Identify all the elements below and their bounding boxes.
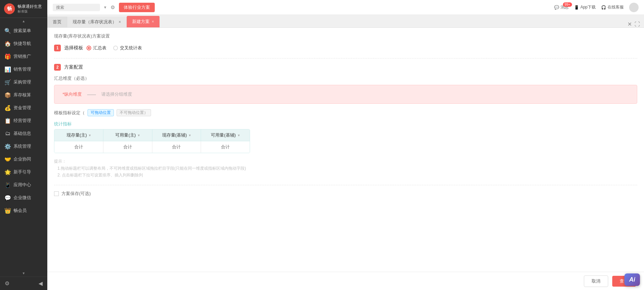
sidebar-item-management[interactable]: 📋 经营管理 xyxy=(0,114,47,127)
scroll-up-btn[interactable]: ▲ xyxy=(22,19,25,23)
volume-footer-icon[interactable]: ◀ xyxy=(39,280,43,287)
sidebar-item-label: 系统管理 xyxy=(14,143,31,149)
sidebar-item-purchase[interactable]: 🛒 采购管理 xyxy=(0,76,47,89)
sidebar-item-quicknav[interactable]: 🏠 快捷导航 xyxy=(0,37,47,50)
tab-home[interactable]: 首页 xyxy=(47,17,67,27)
service-label: 在线客服 xyxy=(608,4,624,10)
col4-arrow-icon: ▾ xyxy=(238,133,240,138)
section2-header: 2 方案配置 xyxy=(54,64,637,71)
sidebar-item-member[interactable]: 👑 畅会员 xyxy=(0,204,47,217)
sidebar-item-basic[interactable]: 🗂 基础信息 xyxy=(0,127,47,140)
stats-col4-header[interactable]: 可用量(基辅) ▾ xyxy=(201,129,250,141)
tab-inventory-close-icon[interactable]: × xyxy=(119,20,121,24)
dim-placeholder: 请选择分组维度 xyxy=(101,91,132,97)
sidebar-scroll-down[interactable]: ▼ xyxy=(0,270,47,276)
sidebar-item-inventory[interactable]: 📦 库存核算 xyxy=(0,89,47,101)
sidebar: 畅 畅康通好生意 标准版 ▲ 🔍 搜索菜单 🏠 快捷导航 🎁 营销推广 📊 销售… xyxy=(0,0,47,290)
content-area: 现存量(库存状况表)方案设置 1 选择模板 汇总表 交叉统计表 xyxy=(47,28,644,272)
radio-summary-label: 汇总表 xyxy=(93,45,106,51)
settings-footer-icon[interactable]: ⚙ xyxy=(5,280,9,287)
sidebar-scroll-up[interactable]: ▲ xyxy=(0,18,47,24)
topbar: ▾ ⚙ 体验行业方案 💬 消息 99+ 📱 App下载 🎧 在线客服 xyxy=(47,0,644,15)
topbar-gear-icon[interactable]: ⚙ xyxy=(110,4,115,10)
sidebar-item-label: 采购管理 xyxy=(14,79,31,85)
app-logo-icon: 畅 xyxy=(4,3,15,14)
app-name-block: 畅康通好生意 标准版 xyxy=(18,4,42,14)
sidebar-item-weixin[interactable]: 💬 企业微信 xyxy=(0,191,47,204)
indicator-label: 模板指标设定（ 可拖动位置 不可拖动位置） xyxy=(54,109,637,116)
money-icon: 💰 xyxy=(5,105,11,111)
col3-label: 现存量(基辅) xyxy=(162,132,187,138)
summary-dimension-label: 汇总维度（必选） xyxy=(54,75,637,81)
col4-label: 可用量(基辅) xyxy=(211,132,236,138)
stats-table: 现存量(主) ▾ 可用量(主) ▾ 现存量(基辅 xyxy=(54,129,250,153)
app-download-button[interactable]: 📱 App下载 xyxy=(574,4,596,10)
indicator-settings: 模板指标设定（ 可拖动位置 不可拖动位置） xyxy=(54,109,637,116)
hint-item-1: 1.拖动标题栏可以调整布局，不可跨维度或指标区域拖拉栏目字段(只能在同一维度或指… xyxy=(54,166,637,171)
star-icon: 🌟 xyxy=(5,169,11,175)
radio-summary[interactable]: 汇总表 xyxy=(86,45,106,51)
user-avatar[interactable] xyxy=(629,3,639,12)
page-title: 现存量(库存状况表)方案设置 xyxy=(54,33,637,39)
expand-window-icon[interactable]: ⛶ xyxy=(635,21,640,27)
sidebar-item-finance[interactable]: 💰 资金管理 xyxy=(0,101,47,114)
sidebar-item-sales[interactable]: 📊 销售管理 xyxy=(0,63,47,76)
tabs-bar: 首页 现存量（库存状况表） × 新建方案 × ✕ ⛶ xyxy=(47,15,644,28)
section2-divider xyxy=(54,185,637,185)
stats-label: 统计指标 xyxy=(54,121,637,127)
cancel-button[interactable]: 取消 xyxy=(584,275,608,287)
section1-divider xyxy=(54,58,637,58)
sidebar-item-newguide[interactable]: 🌟 新手引导 xyxy=(0,166,47,178)
ai-badge[interactable]: Ai xyxy=(624,273,640,286)
dimension-row[interactable]: *纵向维度 —— 请选择分组维度 xyxy=(54,85,637,104)
scroll-down-btn[interactable]: ▼ xyxy=(22,271,25,275)
box-icon: 📦 xyxy=(5,92,11,98)
sidebar-item-marketing[interactable]: 🎁 营销推广 xyxy=(0,50,47,63)
radio-summary-circle xyxy=(86,46,91,50)
dropdown-arrow-icon[interactable]: ▾ xyxy=(104,5,106,10)
sidebar-item-label: 企业协同 xyxy=(14,156,31,162)
sidebar-item-system[interactable]: ⚙️ 系统管理 xyxy=(0,140,47,153)
chat-icon: 💬 xyxy=(5,195,11,201)
phone-download-icon: 📱 xyxy=(574,5,579,10)
stats-table-body-row: 合计 合计 合计 合计 xyxy=(54,141,250,153)
stats-col1-header[interactable]: 现存量(主) ▾ xyxy=(54,129,103,141)
radio-cross[interactable]: 交叉统计表 xyxy=(113,45,142,51)
sidebar-item-search[interactable]: 🔍 搜索菜单 xyxy=(0,24,47,37)
save-checkbox[interactable] xyxy=(54,191,59,196)
online-service-button[interactable]: 🎧 在线客服 xyxy=(601,4,624,10)
col1-arrow-icon: ▾ xyxy=(89,133,91,138)
stats-body-cell-1: 合计 xyxy=(54,141,103,153)
hint-title: 提示： xyxy=(54,159,637,164)
close-window-icon[interactable]: ✕ xyxy=(627,21,632,27)
stats-col-4: 可用量(基辅) ▾ xyxy=(201,129,250,141)
sidebar-item-label: 基础信息 xyxy=(14,130,31,137)
section2-number: 2 xyxy=(54,64,61,71)
app-download-label: App下载 xyxy=(580,4,596,10)
trial-plan-button[interactable]: 体验行业方案 xyxy=(119,3,155,12)
sidebar-item-label: 资金管理 xyxy=(14,105,31,111)
handshake-icon: 🤝 xyxy=(5,156,11,162)
tab-new-plan[interactable]: 新建方案 × xyxy=(127,16,160,27)
tab-new-plan-label: 新建方案 xyxy=(132,19,150,25)
tab-inventory-status[interactable]: 现存量（库存状况表） × xyxy=(67,17,127,27)
stats-col3-header[interactable]: 现存量(基辅) ▾ xyxy=(152,129,201,141)
sidebar-item-enterprise[interactable]: 🤝 企业协同 xyxy=(0,153,47,166)
sidebar-logo: 畅 畅康通好生意 标准版 xyxy=(0,0,47,18)
message-button[interactable]: 💬 消息 99+ xyxy=(554,4,569,10)
sidebar-item-label: 营销推广 xyxy=(14,53,31,59)
stats-body-cell-4: 合计 xyxy=(201,141,250,153)
app-version: 标准版 xyxy=(18,9,42,14)
tab-new-plan-close-icon[interactable]: × xyxy=(152,19,154,24)
dim-separator: —— xyxy=(87,92,96,97)
hint-item-2: 2. 点击标题栏下拉可设置排序、插入列和删除列 xyxy=(54,172,637,178)
stats-body-cell-3: 合计 xyxy=(152,141,201,153)
phone-icon: 📱 xyxy=(5,182,11,188)
search-input[interactable] xyxy=(53,4,100,11)
draggable-tag: 可拖动位置 xyxy=(88,109,114,116)
stats-col-3: 现存量(基辅) ▾ xyxy=(152,129,201,141)
app-name: 畅康通好生意 xyxy=(18,4,42,9)
sidebar-item-appcenter[interactable]: 📱 应用中心 xyxy=(0,178,47,191)
stats-col2-header[interactable]: 可用量(主) ▾ xyxy=(103,129,152,141)
sidebar-footer: ⚙ ◀ xyxy=(0,276,47,290)
